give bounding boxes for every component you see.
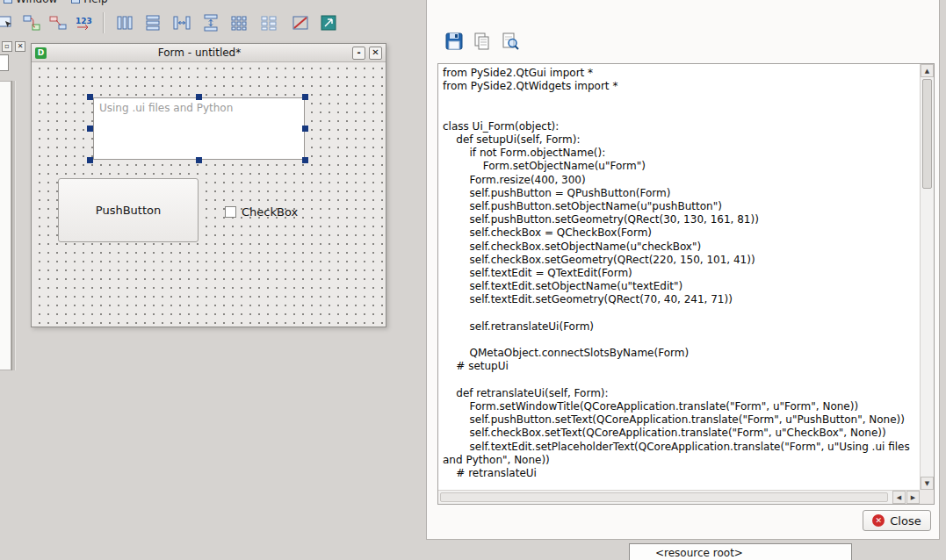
copy-button[interactable] [471,30,494,53]
toolbar-button-layout-vertically-splitter[interactable] [199,11,223,35]
toolbar-button-layout-horizontally[interactable] [112,11,137,35]
form-canvas[interactable]: Using .ui files and Python PushButton Ch… [32,62,386,327]
layout-vertically-splitter-icon [202,14,220,32]
scroll-up-button[interactable]: ▲ [921,64,934,77]
resize-handle-bottom-center[interactable] [196,157,202,163]
close-circle-icon: ✕ [872,514,885,527]
help-menu-icon [71,0,80,4]
form-minimize-button[interactable]: - [352,47,365,60]
dialog-close-button[interactable]: ✕ Close [863,510,931,531]
checkbox-widget[interactable]: CheckBox [225,198,314,225]
resize-handle-top-center[interactable] [196,94,202,100]
resource-root-item[interactable]: <resource root> [655,547,743,559]
close-button-label: Close [890,514,921,528]
layout-grid-icon [230,14,248,32]
checkbox-label: CheckBox [242,205,298,219]
checkbox-indicator[interactable] [225,206,236,218]
edit-widgets-icon [0,14,14,32]
resize-handle-top-right[interactable] [302,94,308,100]
toolbar-button-edit-tab-order[interactable]: 123 [72,11,97,35]
menu-item-window[interactable]: Window [4,0,57,5]
widget-box-panel [0,81,11,370]
resize-handle-bottom-right[interactable] [302,157,308,163]
scroll-left-button[interactable]: ◀ [892,491,906,504]
scroll-down-button[interactable]: ▼ [921,477,934,490]
find-button[interactable] [499,30,522,53]
toolbar-button-layout-grid[interactable] [227,11,251,35]
save-icon [444,32,464,51]
designer-form-icon: D [35,47,47,59]
copy-icon [473,32,492,51]
edit-buddies-icon [49,14,67,32]
menubar-inner: Window Help [4,0,108,5]
edit-signals-slots-icon [23,14,40,32]
resize-handle-bottom-left[interactable] [87,157,93,163]
dock-float-button[interactable]: ▫ [2,41,12,52]
toolbar-button-layout-horizontally-splitter[interactable] [170,11,194,35]
horizontal-scrollbar-thumb[interactable] [440,492,888,502]
pushbutton-widget[interactable]: PushButton [58,178,199,242]
menu-window-label: Window [16,0,57,5]
break-layout-icon [292,14,309,32]
toolbar-button-edit-signals-slots[interactable] [19,11,44,35]
menubar: Window Help [0,0,422,7]
dock-titlebar-buttons: ▫ ✕ [2,41,25,52]
menu-help-label: Help [83,0,107,5]
horizontal-scrollbar[interactable]: ◀ ▶ [438,490,920,504]
widget-box-filter-fragment[interactable] [0,54,9,71]
layout-horizontally-splitter-icon [173,14,191,32]
toolbar-button-edit-buddies[interactable] [46,11,70,35]
toolbar-separator [103,12,105,33]
panel-splitter[interactable] [11,81,16,370]
form-titlebar[interactable]: D Form - untitled* - ✕ [32,44,386,62]
scrollbar-corner [920,490,934,504]
scroll-right-button[interactable]: ▶ [906,491,920,504]
toolbar-button-break-layout[interactable] [288,11,313,35]
svg-text:123: 123 [76,17,92,25]
toolbar-button-layout-form[interactable] [256,11,281,35]
code-area[interactable]: from PySide2.QtGui import * from PySide2… [437,63,935,505]
toolbar-button-layout-vertically[interactable] [141,11,165,35]
toolbar-button-edit-widgets[interactable] [0,11,18,35]
layout-horizontally-icon [116,14,134,32]
adjust-size-icon [320,14,337,32]
pushbutton-label: PushButton [96,204,161,217]
code-text[interactable]: from PySide2.QtGui import * from PySide2… [443,67,917,487]
textedit-widget[interactable]: Using .ui files and Python [93,97,305,160]
textedit-placeholder: Using .ui files and Python [99,102,233,114]
window-menu-icon [4,0,12,4]
menu-item-help[interactable]: Help [71,0,107,5]
form-designer-window: D Form - untitled* - ✕ Using .ui files a… [31,43,386,327]
resource-browser: <resource root> [629,543,852,560]
form-close-button[interactable]: ✕ [369,47,382,60]
layout-vertically-icon [144,14,162,32]
code-preview-dialog: from PySide2.QtGui import * from PySide2… [426,0,940,540]
qt-designer-screen: Window Help 123 [0,0,946,560]
resize-handle-middle-right[interactable] [302,126,308,132]
resize-handle-top-left[interactable] [87,94,93,100]
edit-tab-order-icon: 123 [75,14,94,32]
toolbar-button-adjust-size[interactable] [316,11,341,35]
save-button[interactable] [443,30,466,53]
find-icon [501,32,520,51]
layout-form-icon [260,14,278,32]
vertical-scrollbar[interactable]: ▲ ▼ [920,64,934,490]
vertical-scrollbar-thumb[interactable] [922,79,932,189]
form-window-title: Form - untitled* [50,47,349,59]
dock-close-button[interactable]: ✕ [15,41,25,52]
resize-handle-middle-left[interactable] [87,126,93,132]
